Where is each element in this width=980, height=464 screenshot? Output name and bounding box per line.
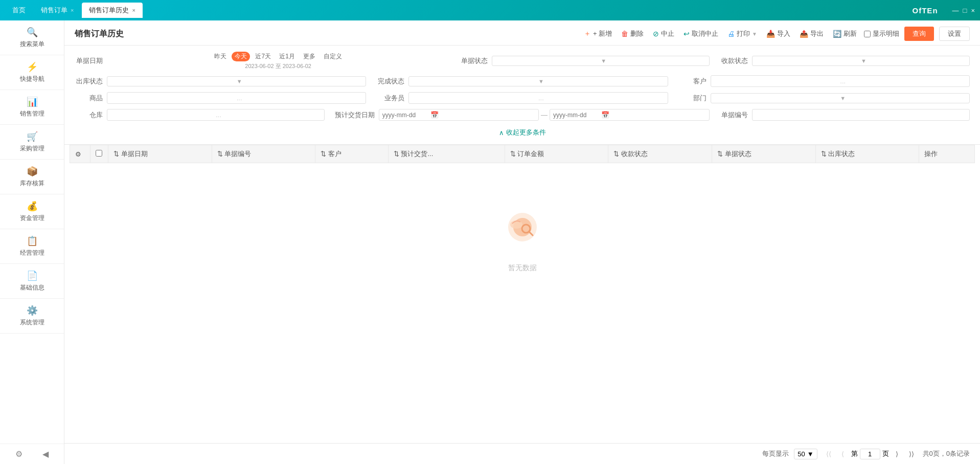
sidebar-label-operations: 经营管理 xyxy=(20,249,44,257)
date-btn-custom[interactable]: 自定义 xyxy=(321,52,345,61)
filter-date: 单据日期 昨天 今天 近7天 近1月 更多 自定义 2023-06-02 至 2… xyxy=(75,52,449,70)
collapse-button[interactable]: ∧ 收起更多条件 xyxy=(499,128,546,137)
import-button[interactable]: 📥 导入 xyxy=(764,28,792,39)
customer-input[interactable]: ... xyxy=(711,75,970,87)
sidebar-bottom: ⚙ ◀ xyxy=(0,444,64,464)
sidebar-item-finance[interactable]: 💰 资金管理 xyxy=(0,194,64,229)
print-button[interactable]: 🖨 打印 ▼ xyxy=(725,28,759,39)
refresh-button[interactable]: 🔄 刷新 xyxy=(831,28,859,39)
close-window-button[interactable]: × xyxy=(971,7,975,14)
tab-sales-history-close[interactable]: × xyxy=(132,7,135,13)
sidebar-item-basic[interactable]: 📄 基础信息 xyxy=(0,264,64,299)
last-page-btn[interactable]: ⟩⟩ xyxy=(905,448,918,460)
date-btn-more[interactable]: 更多 xyxy=(300,52,318,61)
sidebar-collapse-btn[interactable]: ◀ xyxy=(42,449,49,459)
page-input[interactable] xyxy=(860,449,880,459)
th-customer: ⇅ 客户 xyxy=(315,145,389,163)
dept-arrow: ▼ xyxy=(840,95,965,101)
filter-salesperson: 业务员 ... xyxy=(376,92,668,104)
date-btn-yesterday[interactable]: 昨天 xyxy=(211,52,230,61)
sidebar-settings-btn[interactable]: ⚙ xyxy=(15,449,22,459)
th-customer-sort[interactable]: ⇅ xyxy=(321,150,326,158)
filter-goods: 商品 ... xyxy=(75,92,366,104)
sidebar-item-operations[interactable]: 📋 经营管理 xyxy=(0,229,64,264)
first-page-btn[interactable]: ⟨⟨ xyxy=(823,448,835,460)
new-icon: ＋ xyxy=(584,29,591,38)
new-button[interactable]: ＋ + 新增 xyxy=(582,28,614,39)
tab-sales-history[interactable]: 销售订单历史 × xyxy=(82,3,142,18)
sidebar-item-inventory[interactable]: 📦 库存核算 xyxy=(0,160,64,194)
tab-sales-order[interactable]: 销售订单 × xyxy=(34,3,81,18)
dept-label: 部门 xyxy=(678,94,706,103)
date-buttons: 昨天 今天 近7天 近1月 更多 自定义 xyxy=(211,52,345,61)
salesperson-label: 业务员 xyxy=(376,94,404,103)
date-btn-7days[interactable]: 近7天 xyxy=(252,52,274,61)
bill-number-input[interactable] xyxy=(752,109,970,121)
filter-row-4: 仓库 ... 预计交货日期 📅 — xyxy=(75,109,970,121)
sidebar-item-quicknav[interactable]: ⚡ 快捷导航 xyxy=(0,55,64,90)
filter-area: 单据日期 昨天 今天 近7天 近1月 更多 自定义 2023-06-02 至 2… xyxy=(64,46,980,145)
th-bill-date: ⇅ 单据日期 xyxy=(108,145,212,163)
query-button[interactable]: 查询 xyxy=(904,27,934,41)
th-amount-sort[interactable]: ⇅ xyxy=(510,150,516,158)
cancel-stop-button[interactable]: ↩ 取消中止 xyxy=(681,28,720,39)
stop-icon: ⊘ xyxy=(653,30,659,38)
filter-bill-status: 单据状态 ▼ xyxy=(460,56,710,66)
warehouse-input[interactable]: ... xyxy=(107,109,325,121)
stop-button[interactable]: ⊘ 中止 xyxy=(651,28,676,39)
complete-status-select[interactable]: ▼ xyxy=(408,76,668,86)
delete-button[interactable]: 🗑 删除 xyxy=(619,28,646,39)
sidebar-item-search[interactable]: 🔍 搜索菜单 xyxy=(0,20,64,55)
delivery-date-end-input[interactable]: 📅 xyxy=(550,109,710,121)
bill-status-select[interactable]: ▼ xyxy=(492,56,710,66)
tab-home[interactable]: 首页 xyxy=(5,3,33,18)
th-bill-number-sort[interactable]: ⇅ xyxy=(217,150,223,158)
delivery-date-start-field[interactable] xyxy=(382,112,428,119)
salesperson-input[interactable]: ... xyxy=(408,92,668,104)
th-out-sort[interactable]: ⇅ xyxy=(821,150,827,158)
filter-customer: 客户 ... xyxy=(678,75,970,87)
goods-input[interactable]: ... xyxy=(107,92,366,104)
date-btn-today[interactable]: 今天 xyxy=(232,52,250,61)
collection-status-select[interactable]: ▼ xyxy=(752,56,970,66)
pagination: ⟨⟨ ⟨ 第 页 ⟩ ⟩⟩ xyxy=(823,448,918,460)
sidebar-item-system[interactable]: ⚙️ 系统管理 xyxy=(0,299,64,334)
tab-sales-order-close[interactable]: × xyxy=(71,7,74,13)
sidebar-item-sales[interactable]: 📊 销售管理 xyxy=(0,90,64,125)
page-title: 销售订单历史 xyxy=(75,29,124,39)
date-btn-1month[interactable]: 近1月 xyxy=(276,52,298,61)
select-all-checkbox[interactable] xyxy=(96,150,102,157)
per-page-select[interactable]: 50 ▼ xyxy=(794,449,817,459)
delivery-date-label: 预计交货日期 xyxy=(335,111,375,120)
goods-dots[interactable]: ... xyxy=(237,94,362,102)
th-delivery-sort[interactable]: ⇅ xyxy=(394,150,399,158)
out-status-select[interactable]: ▼ xyxy=(107,76,366,86)
next-page-btn[interactable]: ⟩ xyxy=(891,448,903,460)
th-bill-status-sort[interactable]: ⇅ xyxy=(717,150,723,158)
show-detail-checkbox[interactable]: 显示明细 xyxy=(864,29,899,38)
per-page-arrow: ▼ xyxy=(807,450,814,458)
delivery-date-start-input[interactable]: 📅 xyxy=(379,109,539,121)
table-settings-col[interactable]: ⚙ xyxy=(70,145,90,163)
export-button[interactable]: 📤 导出 xyxy=(797,28,826,39)
sidebar-item-purchase[interactable]: 🛒 采购管理 xyxy=(0,125,64,160)
dept-select[interactable]: ▼ xyxy=(711,93,970,103)
customer-dots[interactable]: ... xyxy=(840,77,965,85)
prev-page-btn[interactable]: ⟨ xyxy=(837,448,849,460)
restore-button[interactable]: □ xyxy=(963,7,967,14)
filter-collection-status: 收款状态 ▼ xyxy=(720,56,970,66)
salesperson-dots[interactable]: ... xyxy=(538,94,664,102)
show-detail-input[interactable] xyxy=(864,31,871,37)
delivery-date-end-cal[interactable]: 📅 xyxy=(601,111,609,119)
table-checkbox-col[interactable] xyxy=(90,145,108,163)
th-bill-date-sort[interactable]: ⇅ xyxy=(113,150,119,158)
minimize-button[interactable]: — xyxy=(952,7,959,14)
setting-button[interactable]: 设置 xyxy=(939,27,970,41)
inventory-icon: 📦 xyxy=(27,166,38,177)
delivery-date-end-field[interactable] xyxy=(553,112,599,119)
warehouse-dots[interactable]: ... xyxy=(216,111,320,119)
show-detail-label: 显示明细 xyxy=(873,29,899,38)
delivery-date-start-cal[interactable]: 📅 xyxy=(430,111,439,119)
filter-out-status: 出库状态 ▼ xyxy=(75,76,366,86)
th-collection-sort[interactable]: ⇅ xyxy=(613,150,619,158)
